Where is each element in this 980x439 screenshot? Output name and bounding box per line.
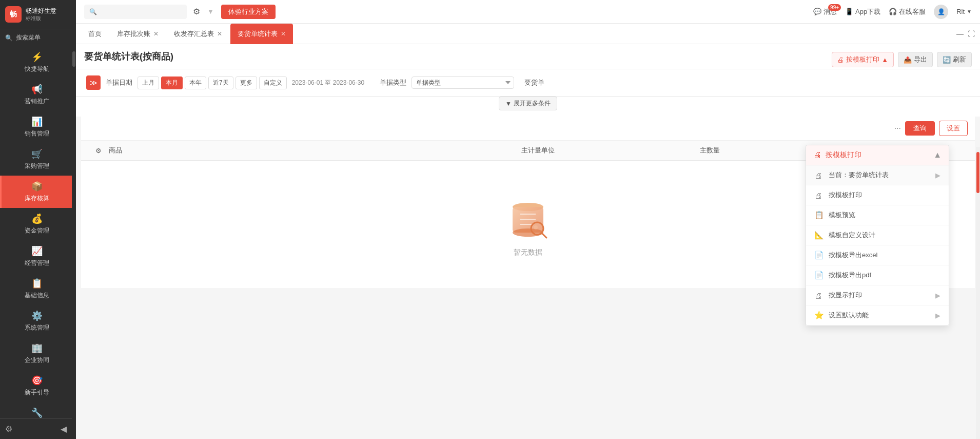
sidebar-item-guide[interactable]: 🎯 新手引导: [0, 370, 72, 402]
more-options-btn[interactable]: ···: [894, 124, 901, 133]
sidebar-item-quick-nav[interactable]: ⚡ 快捷导航: [0, 46, 72, 79]
print-dropdown-popup: 🖨 按模板打印 ▲ 🖨 当前：要货单统计表 ▶ 🖨 按模板打印 📋 模板预览: [806, 145, 949, 326]
filter-date-btns: 上月 本月 本年 近7天 更多 自定义: [138, 77, 287, 89]
filter-type-select[interactable]: 单据类型: [411, 77, 514, 89]
phone-icon: 📱: [845, 8, 853, 15]
topbar-dropdown-icon: ▼: [207, 8, 214, 15]
app-download-btn[interactable]: 📱 App下载: [845, 7, 880, 16]
sidebar-item-system[interactable]: ⚙️ 系统管理: [0, 305, 72, 337]
dropdown-export-pdf[interactable]: 📄 按模板导出pdf: [806, 265, 949, 285]
table-col-qty: 主数量: [624, 146, 796, 155]
online-service-btn[interactable]: 🎧 在线客服: [889, 7, 926, 16]
sidebar-item-marketing[interactable]: 📢 营销推广: [0, 79, 72, 111]
sidebar-item-purchase[interactable]: 🛒 采购管理: [0, 143, 72, 176]
topbar: 🔍 ⚙ ▼ 体验行业方案 💬 消息 99+ 📱 App下载 🎧 在线客服 👤: [76, 0, 980, 24]
tab-minimize-btn[interactable]: —: [956, 30, 964, 38]
filter-current-year-btn[interactable]: 本年: [185, 77, 206, 89]
topbar-gear-btn[interactable]: ⚙: [193, 7, 200, 16]
table-col-unit: 主计量单位: [453, 146, 624, 155]
svg-line-7: [542, 233, 546, 238]
filter-last7days-btn[interactable]: 近7天: [208, 77, 233, 89]
tab-batch-account[interactable]: 库存批次账 ✕: [110, 24, 166, 44]
sidebar-item-enterprise[interactable]: 🏢 企业协同: [0, 337, 72, 370]
dropdown-display-print[interactable]: 🖨 按显示打印 ▶: [806, 285, 949, 306]
filter-expand-btn[interactable]: ≫: [86, 75, 101, 90]
dropdown-print-icon: 🖨: [813, 150, 821, 160]
tab-home[interactable]: 首页: [81, 24, 109, 44]
dropdown-default-arrow: ▶: [935, 312, 940, 319]
print-dropdown-arrow-up: ▲: [881, 56, 888, 64]
user-avatar[interactable]: 👤: [934, 5, 948, 19]
print-template-btn[interactable]: 🖨 按模板打印 ▲: [832, 52, 894, 67]
service-icon: 🎧: [889, 8, 897, 15]
filter-custom-btn[interactable]: 自定义: [259, 77, 287, 89]
sidebar-item-appstore[interactable]: 🔧 应用中心: [0, 402, 72, 418]
dropdown-excel-icon: 📄: [814, 251, 824, 260]
sidebar-scrollbar[interactable]: [72, 0, 76, 439]
dropdown-default-icon: ⭐: [814, 311, 824, 320]
dropdown-template-preview[interactable]: 📋 模板预览: [806, 205, 949, 225]
filter-expand-more-btn[interactable]: ▼ 展开更多条件: [499, 97, 557, 110]
dropdown-template-design[interactable]: 📐 模板自定义设计: [806, 225, 949, 245]
tab-maximize-btn[interactable]: ⛶: [968, 30, 975, 38]
dropdown-template-print[interactable]: 🖨 按模板打印: [806, 185, 949, 205]
refresh-btn[interactable]: 🔄 刷新: [937, 52, 972, 67]
query-btn[interactable]: 查询: [905, 121, 935, 136]
user-dropdown-icon: ▼: [967, 9, 972, 14]
filter-current-month-btn[interactable]: 本月: [161, 77, 183, 89]
table-right-actions: ··· 查询 设置: [894, 121, 968, 136]
filter-more-btn[interactable]: 更多: [236, 77, 257, 89]
sidebar-item-operations[interactable]: 📈 经营管理: [0, 240, 72, 273]
messages-btn[interactable]: 💬 消息 99+: [813, 7, 837, 16]
sidebar-nav: ⚡ 快捷导航 📢 营销推广 📊 销售管理 🛒 采购管理 📦 库存核算 💰 资金管…: [0, 46, 72, 418]
topbar-search-box[interactable]: 🔍: [84, 5, 187, 19]
sidebar-item-inventory[interactable]: 📦 库存核算: [0, 176, 72, 208]
sidebar-footer: ⚙ ◀: [0, 418, 72, 439]
dropdown-title: 🖨 按模板打印: [813, 150, 861, 160]
dropdown-set-default[interactable]: ⭐ 设置默认功能 ▶: [806, 306, 949, 326]
dropdown-display-icon: 🖨: [814, 291, 824, 300]
dropdown-export-excel[interactable]: 📄 按模板导出excel: [806, 245, 949, 265]
dropdown-pdf-icon: 📄: [814, 271, 824, 280]
avatar-img: 👤: [934, 5, 948, 19]
export-icon: 📤: [904, 56, 912, 64]
empty-state-text: 暂无数据: [514, 248, 542, 257]
dropdown-close-btn[interactable]: ▲: [933, 150, 942, 160]
sidebar-item-finance[interactable]: 💰 资金管理: [0, 208, 72, 240]
enterprise-icon: 🏢: [31, 342, 43, 354]
guide-icon: 🎯: [31, 375, 43, 386]
filter-prev-month-btn[interactable]: 上月: [138, 77, 159, 89]
search-icon: 🔍: [5, 34, 13, 42]
export-btn[interactable]: 📤 导出: [898, 52, 933, 67]
svg-point-8: [534, 225, 538, 230]
settings-footer-btn[interactable]: ⚙: [5, 424, 12, 434]
dropdown-current-item[interactable]: 🖨 当前：要货单统计表 ▶: [806, 165, 949, 185]
quick-nav-icon: ⚡: [31, 51, 43, 63]
appstore-icon: 🔧: [31, 407, 43, 418]
sidebar-item-sales[interactable]: 📊 销售管理: [0, 111, 72, 143]
sidebar-item-base[interactable]: 📋 基础信息: [0, 273, 72, 305]
inventory-icon: 📦: [31, 181, 43, 192]
collapse-sidebar-btn[interactable]: ◀: [61, 424, 67, 434]
page-title: 要货单统计表(按商品): [84, 50, 173, 63]
table-col-settings[interactable]: ⚙: [88, 147, 109, 155]
trial-btn[interactable]: 体验行业方案: [221, 5, 276, 19]
tab-batch-account-close[interactable]: ✕: [153, 30, 159, 37]
filter-expand-more-row: ▼ 展开更多条件: [76, 97, 980, 117]
settings-btn[interactable]: 设置: [939, 121, 968, 136]
dropdown-display-arrow: ▶: [935, 292, 940, 299]
empty-state-icon: [502, 192, 554, 248]
tab-receipt-summary-close[interactable]: ✕: [217, 30, 222, 37]
sales-icon: 📊: [31, 116, 43, 127]
tabbar: 首页 库存批次账 ✕ 收发存汇总表 ✕ 要货单统计表 ✕ — ⛶: [76, 24, 980, 44]
dropdown-template-print-icon: 🖨: [814, 191, 824, 200]
tab-receipt-summary[interactable]: 收发存汇总表 ✕: [167, 24, 229, 44]
dropdown-current-arrow: ▶: [935, 171, 940, 179]
username-display[interactable]: Rit ▼: [956, 8, 972, 15]
tab-order-stats[interactable]: 要货单统计表 ✕: [230, 24, 293, 44]
svg-point-2: [513, 228, 543, 237]
sidebar-search-btn[interactable]: 🔍 搜索菜单: [0, 29, 72, 46]
topbar-right: 💬 消息 99+ 📱 App下载 🎧 在线客服 👤 Rit ▼: [813, 5, 972, 19]
tab-order-stats-close[interactable]: ✕: [281, 30, 286, 37]
right-scrollbar[interactable]: [976, 147, 980, 439]
